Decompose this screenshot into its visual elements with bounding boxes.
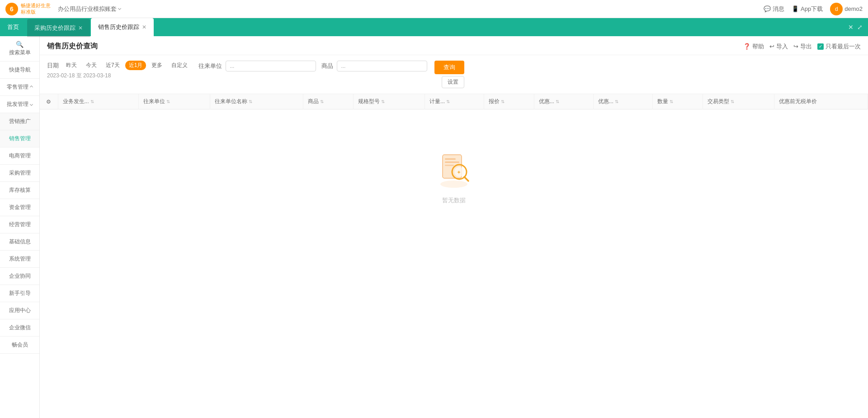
sidebar-item-search-menu[interactable]: 🔍 搜索菜单 <box>0 36 39 62</box>
col-discount-rate[interactable]: 优惠... ⇅ <box>534 94 593 109</box>
date-btn-more[interactable]: 更多 <box>148 61 166 70</box>
col-unit-name[interactable]: 往来单位名称 ⇅ <box>210 94 303 109</box>
sidebar-item-base-info[interactable]: 基础信息 <box>0 233 39 251</box>
col-unit[interactable]: 计量... ⇅ <box>425 94 484 109</box>
col-discount-amt[interactable]: 优惠... ⇅ <box>593 94 652 109</box>
export-btn[interactable]: ↪ 导出 <box>793 43 812 51</box>
sort-icon: ⇅ <box>501 99 505 104</box>
product-input[interactable]: ... <box>337 61 427 71</box>
message-btn[interactable]: 💬 消息 <box>764 5 784 13</box>
sidebar-item-wechat[interactable]: 企业微信 <box>0 319 39 337</box>
sidebar-item-purchase[interactable]: 采购管理 <box>0 165 39 182</box>
close-window-icon[interactable]: ✕ <box>848 24 854 31</box>
table-area: ⚙ 业务发生... ⇅ 往来单位 ⇅ <box>40 94 868 241</box>
sidebar-item-quick-nav[interactable]: 快捷导航 <box>0 62 39 79</box>
table-wrapper: ⚙ 业务发生... ⇅ 往来单位 ⇅ <box>40 94 868 109</box>
col-pretax-price[interactable]: 优惠前无税单价 <box>774 94 868 109</box>
col-product[interactable]: 商品 ⇅ <box>303 94 353 109</box>
page-container: 销售历史价查询 ❓ 帮助 ↩ 导入 ↪ 导出 ✓ <box>40 36 868 418</box>
tab-home[interactable]: 首页 <box>0 18 26 36</box>
chevron-down-icon <box>118 6 121 10</box>
sidebar-item-guide[interactable]: 新手引导 <box>0 285 39 302</box>
tab-sales-history[interactable]: 销售历史价跟踪 ✕ <box>91 18 154 36</box>
col-unit-code[interactable]: 往来单位 ⇅ <box>138 94 210 109</box>
unit-input[interactable]: ... <box>226 61 316 71</box>
page-header-actions: ❓ 帮助 ↩ 导入 ↪ 导出 ✓ 只看最后一次 <box>743 43 861 51</box>
col-quantity[interactable]: 数量 ⇅ <box>652 94 703 109</box>
date-btn-1month[interactable]: 近1月 <box>125 61 146 70</box>
sidebar-item-wholesale-mgmt[interactable]: 批发管理 <box>0 96 39 113</box>
checkbox-icon: ✓ <box>817 43 824 50</box>
sort-icon: ⇅ <box>166 99 170 104</box>
sort-icon: ⇅ <box>615 99 618 104</box>
sidebar-item-retail-mgmt[interactable]: 零售管理 <box>0 79 39 96</box>
export-icon: ↪ <box>793 43 798 50</box>
tab-sales-history-close[interactable]: ✕ <box>142 24 146 30</box>
help-btn[interactable]: ❓ 帮助 <box>743 43 764 51</box>
empty-state: ✦ 暂无数据 <box>40 109 868 241</box>
sidebar-item-inventory[interactable]: 库存核算 <box>0 182 39 199</box>
date-btn-yesterday[interactable]: 昨天 <box>62 61 80 70</box>
svg-point-0 <box>440 180 467 188</box>
svg-text:✦: ✦ <box>457 169 461 176</box>
tab-purchase-history[interactable]: 采购历史价跟踪 ✕ <box>27 19 90 37</box>
top-bar: 6 畅捷通好生意 标准版 办公用品行业模拟账套 💬 消息 📱 App下载 d d… <box>0 0 868 18</box>
date-btn-custom[interactable]: 自定义 <box>168 61 191 70</box>
svg-rect-2 <box>445 158 456 160</box>
sidebar-item-app-center[interactable]: 应用中心 <box>0 302 39 319</box>
sidebar-item-enterprise[interactable]: 企业协同 <box>0 268 39 285</box>
top-bar-left: 6 畅捷通好生意 标准版 办公用品行业模拟账套 <box>5 3 124 15</box>
sidebar-item-operation[interactable]: 经营管理 <box>0 216 39 233</box>
download-icon: 📱 <box>792 5 799 12</box>
date-filter-row: 日期 昨天 今天 近7天 近1月 更多 自定义 <box>47 61 191 70</box>
col-price[interactable]: 报价 ⇅ <box>484 94 534 109</box>
message-icon: 💬 <box>764 5 771 12</box>
unit-label: 往来单位 <box>198 62 222 70</box>
app-download-btn[interactable]: 📱 App下载 <box>792 5 823 13</box>
query-settings: 查询 设置 <box>434 61 464 88</box>
date-btn-today[interactable]: 今天 <box>82 61 100 70</box>
data-table: ⚙ 业务发生... ⇅ 往来单位 ⇅ <box>40 94 868 109</box>
search-icon: 🔍 <box>16 41 24 48</box>
sort-icon: ⇅ <box>320 99 324 104</box>
sidebar-item-member[interactable]: 畅会员 <box>0 337 39 354</box>
settings-button[interactable]: 设置 <box>442 76 464 88</box>
top-bar-right: 💬 消息 📱 App下载 d demo2 <box>764 3 863 15</box>
empty-icon: ✦ <box>431 146 476 191</box>
chevron-up-icon <box>30 103 33 106</box>
svg-line-7 <box>464 177 468 181</box>
help-icon: ❓ <box>743 43 750 50</box>
sort-icon: ⇅ <box>381 99 385 104</box>
import-btn[interactable]: ↩ 导入 <box>769 43 788 51</box>
sidebar-item-marketing[interactable]: 营销推广 <box>0 113 39 130</box>
sidebar-item-system[interactable]: 系统管理 <box>0 251 39 268</box>
only-last-checkbox[interactable]: ✓ 只看最后一次 <box>817 43 861 51</box>
tab-purchase-history-close[interactable]: ✕ <box>78 25 83 31</box>
sidebar-item-sales-mgmt[interactable]: 销售管理 <box>0 130 39 147</box>
sidebar-item-ecommerce[interactable]: 电商管理 <box>0 147 39 165</box>
empty-text: 暂无数据 <box>442 196 466 204</box>
sort-icon: ⇅ <box>556 99 559 104</box>
unit-filter: 往来单位 ... <box>198 61 316 71</box>
table-header: ⚙ 业务发生... ⇅ 往来单位 ⇅ <box>40 94 868 109</box>
col-spec[interactable]: 规格型号 ⇅ <box>353 94 425 109</box>
page-title: 销售历史价查询 <box>47 42 98 51</box>
sort-icon: ⇅ <box>446 99 450 104</box>
main-layout: 🔍 搜索菜单 快捷导航 零售管理 批发管理 营销推广 销售管理 电商管理 采购管… <box>0 36 868 418</box>
table-settings-icon[interactable]: ⚙ <box>46 99 51 105</box>
sidebar-item-finance[interactable]: 资金管理 <box>0 199 39 216</box>
maximize-icon[interactable]: ⤢ <box>857 24 863 31</box>
tab-bar: 首页 采购历史价跟踪 ✕ 销售历史价跟踪 ✕ ✕ ⤢ <box>0 18 868 36</box>
date-btn-7days[interactable]: 近7天 <box>102 61 123 70</box>
col-settings[interactable]: ⚙ <box>40 94 58 109</box>
logo-icon: 6 <box>5 3 18 15</box>
col-trade-type[interactable]: 交易类型 ⇅ <box>703 94 774 109</box>
user-menu[interactable]: d demo2 <box>830 3 863 15</box>
query-button[interactable]: 查询 <box>434 61 464 74</box>
sort-icon: ⇅ <box>670 99 673 104</box>
sort-icon: ⇅ <box>90 99 94 104</box>
app-selector[interactable]: 办公用品行业模拟账套 <box>54 3 124 15</box>
content-area: 销售历史价查询 ❓ 帮助 ↩ 导入 ↪ 导出 ✓ <box>40 36 868 418</box>
sort-icon: ⇅ <box>249 99 252 104</box>
col-biz-date[interactable]: 业务发生... ⇅ <box>58 94 138 109</box>
